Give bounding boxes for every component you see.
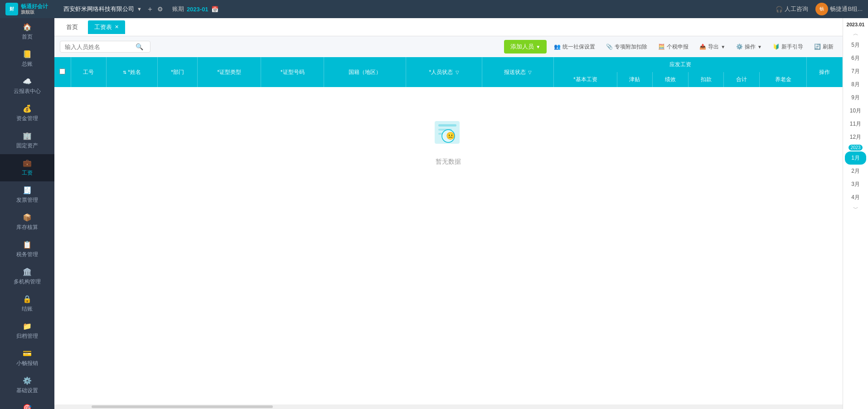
th-employee-id: 工号 [71, 57, 107, 87]
sidebar-label-invoice: 发票管理 [16, 196, 38, 204]
th-performance: 绩效 [653, 72, 689, 87]
date-month-2[interactable]: 2月 [843, 165, 868, 178]
tab-salary-table[interactable]: 工资表 ✕ [88, 20, 125, 34]
sidebar-item-home[interactable]: 🏠 首页 [0, 18, 54, 45]
main-layout: 🏠 首页 📒 总账 ☁️ 云报表中心 💰 资金管理 🏢 固定资产 💼 工资 🧾 … [0, 18, 868, 409]
closing-icon: 🔒 [23, 295, 32, 303]
period-label: 账期 [172, 5, 184, 13]
support-btn[interactable]: 🎧 人工咨询 [776, 5, 808, 13]
company-selector[interactable]: 西安虾米网络科技有限公司 ▼ [63, 5, 142, 13]
sidebar-label-closing: 结账 [22, 305, 33, 313]
status-filter-icon[interactable]: ▽ [456, 70, 459, 75]
th-checkbox[interactable] [54, 57, 71, 87]
settings-icon[interactable]: ⚙ [157, 5, 163, 13]
date-month-1[interactable]: 1月 [845, 151, 866, 165]
guide-btn[interactable]: 🔰 新手引导 [769, 41, 807, 53]
date-month-5[interactable]: 5月 [843, 39, 868, 52]
user-area[interactable]: 畅 畅捷通B组... [815, 3, 863, 15]
user-avatar: 畅 [815, 3, 828, 15]
sidebar-label-tax: 税务管理 [16, 251, 38, 258]
date-panel-header: 2023.01 [843, 20, 868, 29]
sidebar-item-settings[interactable]: ⚙️ 基础设置 [0, 372, 54, 399]
sidebar-item-expense[interactable]: 💳 小畅报销 [0, 345, 54, 372]
home-icon: 🏠 [23, 23, 32, 31]
date-month-11[interactable]: 11月 [843, 117, 868, 131]
header-right: 🎧 人工咨询 畅 畅捷通B组... [776, 3, 863, 15]
date-month-10[interactable]: 10月 [843, 104, 868, 117]
empty-area: 😐 暂无数据 [54, 87, 843, 193]
svg-rect-1 [438, 124, 456, 127]
date-month-9[interactable]: 9月 [843, 91, 868, 104]
refresh-btn[interactable]: 🔄 刷新 [810, 41, 837, 53]
add-person-btn[interactable]: 添加人员 ▼ [504, 40, 547, 54]
sidebar-item-closing[interactable]: 🔒 结账 [0, 290, 54, 317]
sidebar-item-fund[interactable]: 💰 资金管理 [0, 100, 54, 127]
sidebar-item-tax[interactable]: 📋 税务管理 [0, 236, 54, 263]
sidebar-item-archive[interactable]: 📁 归档管理 [0, 317, 54, 345]
add-person-label: 添加人员 [510, 43, 534, 51]
export-icon: 📤 [699, 44, 706, 50]
search-input[interactable] [65, 44, 133, 50]
social-settings-btn[interactable]: 👥 统一社保设置 [550, 41, 599, 53]
guide-btn-icon: 🔰 [773, 44, 780, 50]
archive-icon: 📁 [23, 322, 32, 331]
ledger-icon: 📒 [23, 50, 32, 58]
th-status: *人员状态 ▽ [406, 57, 482, 87]
app-logo: 财 [5, 3, 18, 15]
sidebar-item-cloud-report[interactable]: ☁️ 云报表中心 [0, 73, 54, 100]
tab-home[interactable]: 首页 [60, 20, 84, 34]
search-wrap: 🔍 [60, 41, 150, 53]
sidebar-item-inventory[interactable]: 📦 库存核算 [0, 209, 54, 236]
tab-bar: 首页 工资表 ✕ [54, 18, 843, 36]
report-filter-icon[interactable]: ▽ [528, 70, 532, 75]
export-label: 导出 [708, 43, 719, 51]
special-deduction-btn[interactable]: 📎 专项附加扣除 [602, 41, 651, 53]
operation-btn[interactable]: ⚙️ 操作 ▼ [732, 41, 766, 53]
sidebar-item-ledger[interactable]: 📒 总账 [0, 45, 54, 73]
personal-tax-btn[interactable]: 🧮 个税申报 [655, 41, 692, 53]
select-all-checkbox[interactable] [59, 68, 65, 74]
sidebar-label-fund: 资金管理 [16, 115, 38, 122]
sort-icon: ⇅ [123, 70, 126, 75]
date-month-12[interactable]: 12月 [843, 131, 868, 144]
period-info: 账期 2023-01 📅 [172, 5, 218, 13]
date-month-7[interactable]: 7月 [843, 65, 868, 78]
tab-close-btn[interactable]: ✕ [115, 24, 119, 30]
sidebar-label-fixed: 固定资产 [16, 142, 38, 150]
h-scrollbar[interactable] [54, 404, 843, 409]
date-month-3[interactable]: 3月 [843, 178, 868, 191]
sidebar-item-invoice[interactable]: 🧾 发票管理 [0, 181, 54, 209]
th-department: *部门 [157, 57, 198, 87]
date-scroll-down[interactable]: ﹀ [843, 204, 868, 214]
sidebar-label-inventory: 库存核算 [16, 224, 38, 231]
th-actions: 操作 [807, 57, 843, 87]
sidebar-item-guide[interactable]: 🎯 新手引导 [0, 399, 54, 409]
date-month-4[interactable]: 4月 [843, 191, 868, 204]
sidebar-item-fixed-assets[interactable]: 🏢 固定资产 [0, 127, 54, 154]
company-dropdown-icon[interactable]: ▼ [137, 6, 142, 12]
top-header: 财 畅通好会计 旗舰版 西安虾米网络科技有限公司 ▼ ＋ ⚙ 账期 2023-0… [0, 0, 868, 18]
add-company-btn[interactable]: ＋ [146, 5, 154, 14]
refresh-label: 刷新 [823, 43, 834, 51]
company-name: 西安虾米网络科技有限公司 [63, 5, 134, 13]
sidebar: 🏠 首页 📒 总账 ☁️ 云报表中心 💰 资金管理 🏢 固定资产 💼 工资 🧾 … [0, 18, 54, 409]
inventory-icon: 📦 [23, 213, 32, 222]
sidebar-item-multi-org[interactable]: 🏛️ 多机构管理 [0, 263, 54, 290]
sidebar-label-multiorg: 多机构管理 [14, 278, 41, 286]
date-month-6[interactable]: 6月 [843, 52, 868, 65]
social-icon: 👥 [554, 44, 561, 50]
support-label: 人工咨询 [785, 5, 808, 13]
operation-label: 操作 [745, 43, 756, 51]
h-scrollbar-thumb[interactable] [92, 405, 273, 408]
add-person-dropdown-icon: ▼ [536, 44, 540, 49]
sidebar-item-salary[interactable]: 💼 工资 [0, 154, 54, 181]
guide-label: 新手引导 [781, 43, 803, 51]
salary-table: 工号 ⇅ *姓名 *部门 *证型类型 *证型号码 国籍（地区） *人员状态 ▽ … [54, 57, 843, 193]
headset-icon: 🎧 [776, 6, 783, 13]
export-btn[interactable]: 📤 导出 ▼ [696, 41, 729, 53]
date-scroll-up[interactable]: ︿ [843, 29, 868, 39]
calendar-icon[interactable]: 📅 [211, 6, 218, 13]
date-month-8[interactable]: 8月 [843, 78, 868, 91]
th-report-status: 报送状态 ▽ [482, 57, 554, 87]
sidebar-label-ledger: 总账 [22, 60, 33, 68]
